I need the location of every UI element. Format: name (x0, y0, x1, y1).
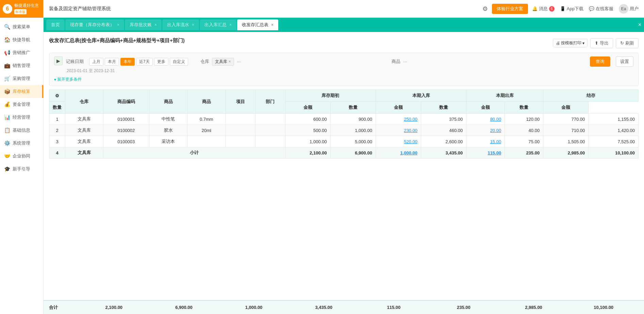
tab-batch_account[interactable]: 库存批次账× (125, 19, 162, 30)
export-btn[interactable]: ⬆ 导出 (590, 38, 613, 48)
date-shortcut-自定义[interactable]: 自定义 (170, 58, 188, 66)
notification-action[interactable]: 🔔 消息 6 (532, 6, 555, 12)
total-out-amt: 235.00 (429, 303, 499, 311)
sidebar-item-marketing[interactable]: 📢营销推广 (0, 46, 43, 59)
tab-receive_send_summary[interactable]: 收发存汇总表× (237, 19, 278, 30)
tab-home[interactable]: 首页 (46, 19, 65, 30)
cell-out-qty-0[interactable]: 80.00 (466, 114, 505, 125)
content-area: 收发存汇总表(按仓库+商品编码+商品+规格型号+项目+部门) 🖨 按模板打印 ▾… (44, 32, 644, 300)
cell-in-qty-2[interactable]: 520.00 (376, 136, 421, 147)
tab-inout_flow[interactable]: 出入库流水× (162, 19, 199, 30)
sidebar-item-sales[interactable]: 💼销售管理 (0, 59, 43, 72)
cell-project-1 (226, 125, 255, 136)
date-shortcut-本年[interactable]: 本年 (120, 58, 135, 66)
app-title: 畅捷通好生意 标准版 (14, 3, 39, 14)
settings-icon[interactable]: ⚙ (482, 5, 488, 13)
guide-icon: 🎓 (4, 166, 11, 172)
expand-conditions-btn[interactable]: ▾ 展开更多条件 (54, 77, 633, 82)
print-template-btn[interactable]: 🖨 按模板打印 ▾ (553, 39, 588, 47)
sidebar-item-guide[interactable]: 🎓新手引导 (0, 163, 43, 176)
sidebar-item-system[interactable]: ⚙️系统管理 (0, 137, 43, 150)
goods-more-dots[interactable]: ··· (403, 59, 407, 64)
settings-btn[interactable]: 设置 (616, 56, 633, 67)
tab-bar-close-btn[interactable]: × (638, 22, 641, 28)
sidebar-item-inventory[interactable]: 📦库存核算 (0, 85, 43, 98)
sidebar-item-finance[interactable]: 💰资金管理 (0, 98, 43, 111)
subtotal-row: 4 文具库 小计 2,100.00 6,900.00 1,000.00 3,43… (49, 147, 639, 159)
cell-goods-code-2: 0100003 (103, 136, 149, 147)
subtotal-closing-qty: 2,985.00 (543, 147, 589, 159)
tab-close-receive_send_summary[interactable]: × (271, 22, 274, 27)
cell-in-qty-0[interactable]: 250.00 (376, 114, 421, 125)
search-icon: 🔍 (4, 24, 11, 30)
tab-close-inout_flow[interactable]: × (192, 22, 194, 27)
tab-inventory_distribution[interactable]: 现存量（库存分布表）× (65, 19, 124, 30)
system-title: 装备及固定资产辅助管理系统 (49, 6, 478, 12)
filter-toggle-btn[interactable]: ▶ (54, 56, 63, 65)
filter-row-main: 记账日期 上月本月本年近7天更多自定义 仓库 文具库 × ··· (66, 56, 633, 67)
sidebar-item-search[interactable]: 🔍搜索菜单 (0, 20, 43, 33)
cell-goods-spec-0: 0.7mm (187, 114, 226, 125)
sidebar-item-label: 系统管理 (13, 140, 30, 146)
warehouse-filter-tag[interactable]: 文具库 × (212, 58, 234, 66)
cell-closing-amt-2: 7,525.00 (589, 136, 639, 147)
cell-out-qty-1[interactable]: 20.00 (466, 125, 505, 136)
th-in-group: 本期入库 (376, 90, 466, 102)
warehouse-tag-close-icon[interactable]: × (229, 59, 231, 64)
subtotal-out-qty[interactable]: 115.00 (466, 147, 505, 159)
sidebar-item-label: 资金管理 (13, 101, 30, 108)
cell-out-qty-2[interactable]: 15.00 (466, 136, 505, 147)
page-title: 收发存汇总表(按仓库+商品编码+商品+规格型号+项目+部门) (49, 37, 185, 44)
filter-section-top: ▶ 记账日期 上月本月本年近7天更多自定义 仓库 文具库 × (54, 56, 633, 74)
cell-closing-qty-0: 770.00 (543, 114, 589, 125)
tab-inout_summary[interactable]: 出入库汇总× (200, 19, 236, 30)
sidebar-item-basic_info[interactable]: 📋基础信息 (0, 124, 43, 137)
subtotal-in-amt: 3,435.00 (421, 147, 466, 159)
page-header-row: 收发存汇总表(按仓库+商品编码+商品+规格型号+项目+部门) 🖨 按模板打印 ▾… (49, 37, 639, 49)
date-shortcut-上月[interactable]: 上月 (89, 58, 103, 66)
subtotal-in-qty[interactable]: 1,000.00 (376, 147, 421, 159)
tab-close-inventory_distribution[interactable]: × (117, 22, 119, 27)
table-row: 2 文具库 0100002 胶水 20ml 500.00 1,000.00 23… (49, 125, 639, 136)
refresh-btn[interactable]: ↻ 刷新 (616, 38, 639, 48)
date-filter-label: 记账日期 (66, 59, 84, 65)
sidebar-header: 6 畅捷通好生意 标准版 (0, 0, 43, 18)
bottom-bar: 合计 2,100.00 6,900.00 1,000.00 3,435.00 1… (44, 300, 644, 314)
date-shortcuts: 上月本月本年近7天更多自定义 (89, 58, 188, 66)
sidebar-item-purchase[interactable]: 🛒采购管理 (0, 72, 43, 85)
header-actions: 🔔 消息 6 📱 App下载 💬 在线客服 Ea 用户 (532, 4, 639, 14)
mobile-icon: 📱 (560, 6, 565, 11)
cell-out-amt-0: 120.00 (505, 114, 543, 125)
tab-close-batch_account[interactable]: × (154, 22, 157, 27)
table-row: 1 文具库 0100001 中性笔 0.7mm 600.00 900.00 25… (49, 114, 639, 125)
warehouse-more-dots[interactable]: ··· (237, 59, 241, 64)
online-service-action[interactable]: 💬 在线客服 (589, 6, 613, 12)
date-shortcut-近7天[interactable]: 近7天 (136, 58, 153, 66)
trial-button[interactable]: 体验行业方案 (492, 4, 528, 14)
page-header-actions: 🖨 按模板打印 ▾ ⬆ 导出 ↻ 刷新 (553, 38, 639, 48)
date-shortcut-本月[interactable]: 本月 (105, 58, 119, 66)
date-shortcut-更多[interactable]: 更多 (154, 58, 168, 66)
cell-warehouse-0: 文具库 (65, 114, 103, 125)
total-in-amt: 3,435.00 (289, 303, 359, 311)
sidebar-item-label: 基础信息 (13, 127, 30, 133)
sidebar-item-quick_nav[interactable]: 🏠快捷导航 (0, 33, 43, 46)
tab-label-inout_summary: 出入库汇总 (204, 22, 227, 28)
sidebar-item-operations[interactable]: 📊经营管理 (0, 111, 43, 124)
inventory-icon: 📦 (4, 88, 11, 95)
tab-close-inout_summary[interactable]: × (229, 22, 232, 27)
data-table: ⚙ 仓库 商品编码 商品 商品 项目 部门 库存期初 本期入库 本期出库 结存 (49, 89, 639, 159)
tab-label-inout_flow: 出入库流水 (167, 22, 189, 28)
enterprise-icon: 🤝 (4, 153, 11, 159)
th-settings[interactable]: ⚙ (49, 90, 65, 102)
cell-in-qty-1[interactable]: 230.00 (376, 125, 421, 136)
query-btn[interactable]: 查询 (590, 56, 610, 67)
cell-dept-2 (255, 136, 285, 147)
cell-opening-amt-2: 5,000.00 (330, 136, 376, 147)
sidebar-item-enterprise[interactable]: 🤝企业协同 (0, 150, 43, 163)
sales-icon: 💼 (4, 63, 11, 69)
total-opening-amt: 6,900.00 (149, 303, 219, 311)
app-download-action[interactable]: 📱 App下载 (560, 6, 583, 12)
user-action[interactable]: Ea 用户 (619, 4, 639, 14)
subtotal-label: 小计 (103, 147, 285, 159)
